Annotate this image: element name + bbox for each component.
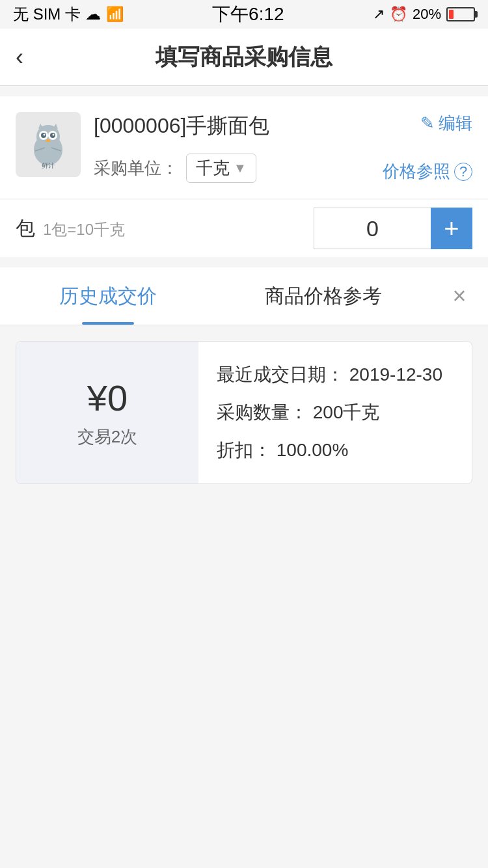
currency-symbol: ¥ [87,377,107,418]
tabs-container: 历史成交价 商品价格参考 × [0,267,488,325]
price-ref-button[interactable]: 价格参照 ? [383,160,472,183]
svg-text:鲜计: 鲜计 [42,162,55,169]
purchase-qty-value: 200千克 [313,402,380,422]
product-name: [0000006]手撕面包 [94,112,472,141]
history-card: ¥0 交易2次 最近成交日期： 2019-12-30 采购数量： 200千克 折… [16,341,472,484]
discount-value: 100.00% [277,440,349,460]
svg-point-7 [53,134,55,136]
edit-button[interactable]: ✎ 编辑 [420,112,472,135]
close-button[interactable]: × [431,267,488,325]
battery-percent: 20% [413,6,441,23]
product-card: 鲜计 [0000006]手撕面包 采购单位： 千克 ▼ ✎ 编辑 价格参照 ? [0,96,488,198]
recent-date-value: 2019-12-30 [349,364,442,385]
unit-select[interactable]: 千克 ▼ [186,154,256,183]
quantity-plus-button[interactable]: + [431,208,472,249]
status-right: ↗ ⏰ 20% [373,6,475,23]
history-content: ¥0 交易2次 最近成交日期： 2019-12-30 采购数量： 200千克 折… [0,325,488,716]
history-trades: 交易2次 [77,426,137,448]
quantity-row: 包 1包=10千克 + [0,200,488,257]
back-button[interactable]: ‹ [16,44,23,71]
quantity-conversion: 1包=10千克 [43,219,125,240]
status-time: 下午6:12 [212,2,284,27]
history-price-value: ¥0 [87,377,128,419]
purchase-qty-item: 采购数量： 200千克 [217,399,454,426]
history-details-section: 最近成交日期： 2019-12-30 采购数量： 200千克 折扣： 100.0… [198,342,472,483]
tab-history-price[interactable]: 历史成交价 [0,267,215,325]
recent-date-label: 最近成交日期： [217,364,344,385]
quantity-label-group: 包 1包=10千克 [16,215,125,242]
wifi-icon: 📶 [106,6,124,23]
help-icon: ? [454,163,472,181]
quantity-input-group: + [314,208,472,249]
edit-icon: ✎ [420,113,435,133]
product-image: 鲜计 [16,112,81,177]
unit-dropdown-arrow: ▼ [234,161,247,176]
battery-icon [446,7,475,21]
gps-icon: ↗ [373,6,385,23]
unit-value: 千克 [196,157,230,180]
alarm-icon: ⏰ [390,6,407,23]
purchase-qty-label: 采购数量： [217,402,308,422]
recent-date-item: 最近成交日期： 2019-12-30 [217,361,454,388]
tab-product-price-ref[interactable]: 商品价格参考 [215,267,431,325]
status-bar: 无 SIM 卡 ☁ 📶 下午6:12 ↗ ⏰ 20% [0,0,488,29]
quantity-unit: 包 [16,215,35,242]
history-price-section: ¥0 交易2次 [16,342,198,483]
product-logo: 鲜计 [22,118,74,170]
discount-label: 折扣： [217,440,271,460]
quantity-input[interactable] [314,208,431,249]
status-left: 无 SIM 卡 ☁ 📶 [13,4,124,25]
discount-item: 折扣： 100.00% [217,437,454,464]
price-ref-label: 价格参照 [383,160,450,183]
nav-bar: ‹ 填写商品采购信息 [0,29,488,86]
page-title: 填写商品采购信息 [156,42,332,72]
unit-label: 采购单位： [94,157,178,180]
sim-label: 无 SIM 卡 ☁ [13,4,101,25]
tab-underline [82,322,134,325]
svg-point-6 [44,134,46,136]
